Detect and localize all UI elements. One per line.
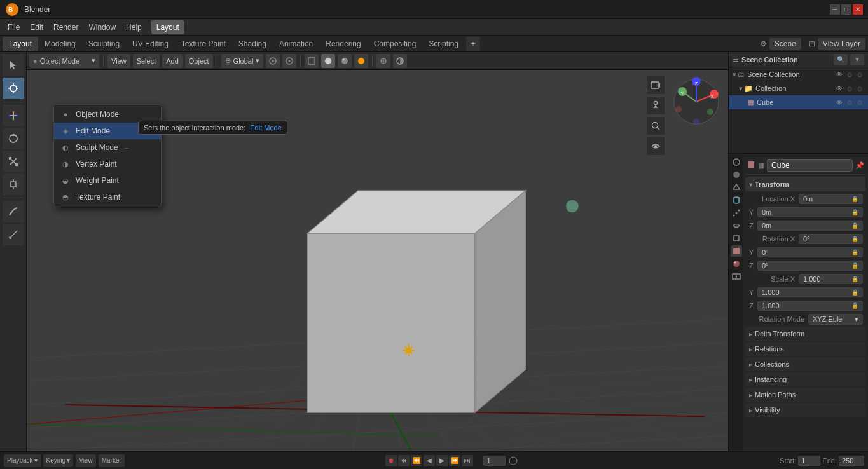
outliner-search-button[interactable]: 🔍	[834, 54, 848, 65]
prop-tab-object[interactable]	[731, 245, 742, 257]
prop-tab-constraints[interactable]	[731, 233, 742, 244]
tool-annotate[interactable]	[3, 201, 24, 222]
view-menu-tl[interactable]: View	[76, 454, 96, 467]
menu-window[interactable]: Window	[83, 20, 121, 34]
scene-name[interactable]: Scene	[769, 38, 801, 50]
outliner-cube[interactable]: ▦ Cube 👁 ⊙ ⊙	[729, 95, 868, 109]
snap-toggle[interactable]	[266, 54, 280, 68]
tab-layout[interactable]: Layout	[3, 37, 38, 51]
start-frame-input[interactable]	[798, 456, 820, 466]
view-menu[interactable]: View	[107, 54, 130, 68]
rotation-y-value[interactable]: 0° 🔒	[757, 247, 863, 257]
rotation-x-value[interactable]: 0° 🔒	[799, 234, 863, 244]
prop-tab-render[interactable]	[731, 271, 742, 282]
menu-file[interactable]: File	[3, 20, 25, 34]
transform-header[interactable]: ▾ Transform	[745, 177, 865, 191]
scale-z-value[interactable]: 1.000 🔒	[757, 301, 863, 311]
menu-edit[interactable]: Edit	[25, 20, 48, 34]
marker-menu[interactable]: Marker	[99, 454, 125, 467]
tab-modeling[interactable]: Modeling	[38, 37, 82, 51]
playback-menu[interactable]: Playback	[4, 454, 41, 467]
prop-tab-modifier[interactable]	[731, 194, 742, 206]
tab-rendering[interactable]: Rendering	[319, 37, 367, 51]
maximize-button[interactable]: □	[841, 4, 851, 15]
jump-start-button[interactable]: ⏮	[398, 455, 410, 466]
rotation-z-value[interactable]: 0° 🔒	[757, 261, 863, 271]
prop-tab-scene[interactable]	[731, 156, 742, 168]
prop-tab-object-data[interactable]	[731, 182, 742, 193]
location-y-value[interactable]: 0m 🔒	[757, 207, 863, 217]
tab-compositing[interactable]: Compositing	[368, 37, 423, 51]
tool-rotate[interactable]	[3, 128, 24, 149]
menu-layout[interactable]: Layout	[151, 20, 184, 34]
current-frame-input[interactable]	[483, 456, 506, 466]
prop-tab-world[interactable]	[731, 169, 742, 180]
viewport-shading-wire[interactable]	[305, 54, 319, 68]
keying-menu[interactable]: Keying	[43, 454, 74, 467]
outliner-collection[interactable]: ▾ 📁 Collection 👁 ⊙ ⊙	[729, 81, 868, 95]
motion-paths-section[interactable]: ▸ Motion Paths	[745, 388, 865, 402]
dd-vertex-paint[interactable]: ◑ Vertex Paint	[54, 156, 161, 172]
viewport[interactable]: ● Object Mode View Select Add Object ⊕ G…	[27, 52, 728, 451]
fly-button[interactable]	[647, 137, 665, 155]
instancing-section[interactable]: ▸ Instancing	[745, 372, 865, 386]
scale-y-value[interactable]: 1.000 🔒	[757, 287, 863, 297]
object-menu[interactable]: Object	[185, 54, 213, 68]
relations-section[interactable]: ▸ Relations	[745, 342, 865, 356]
transform-orientations[interactable]: ⊕ Global	[221, 54, 264, 68]
tab-sculpting[interactable]: Sculpting	[82, 37, 126, 51]
tool-move[interactable]	[3, 105, 24, 126]
end-frame-input[interactable]	[839, 456, 864, 466]
visibility-section[interactable]: ▸ Visibility	[745, 403, 865, 417]
prop-tab-physics[interactable]	[731, 220, 742, 231]
prop-tab-particles[interactable]	[731, 207, 742, 219]
viewport-gizmo[interactable]: X Y Z	[671, 76, 722, 127]
scale-x-value[interactable]: 1.000 🔒	[799, 274, 863, 284]
tool-measure[interactable]	[3, 224, 24, 245]
prop-tab-material[interactable]	[731, 258, 742, 269]
tab-scripting[interactable]: Scripting	[422, 37, 465, 51]
add-menu[interactable]: Add	[162, 54, 183, 68]
location-z-value[interactable]: 0m 🔒	[757, 221, 863, 231]
proportional-editing[interactable]	[282, 54, 296, 68]
person-view-button[interactable]	[647, 97, 665, 114]
add-workspace-button[interactable]: +	[466, 37, 480, 51]
dd-weight-paint[interactable]: ◒ Weight Paint	[54, 172, 161, 189]
collections-section[interactable]: ▸ Collections	[745, 357, 865, 371]
tab-animation[interactable]: Animation	[273, 37, 319, 51]
camera-view-button[interactable]	[647, 76, 665, 94]
step-forward-button[interactable]: ⏩	[449, 455, 460, 466]
view-layer-name[interactable]: View Layer	[818, 38, 865, 50]
gizmo-toggle[interactable]	[376, 54, 390, 68]
play-reverse-button[interactable]: ◀	[424, 455, 435, 466]
viewport-shading-solid[interactable]	[321, 54, 335, 68]
tool-select[interactable]	[3, 55, 24, 76]
viewport-shading-rendered[interactable]	[354, 54, 368, 68]
rotation-mode-value[interactable]: XYZ Eule	[808, 314, 863, 325]
dd-texture-paint[interactable]: ◓ Texture Paint	[54, 189, 161, 205]
tool-cursor[interactable]	[3, 78, 24, 99]
tab-shading[interactable]: Shading	[232, 37, 273, 51]
viewport-shading-material[interactable]	[338, 54, 352, 68]
minimize-button[interactable]: ─	[830, 4, 840, 15]
step-back-button[interactable]: ⏪	[411, 455, 422, 466]
object-pin-icon[interactable]: 📌	[855, 161, 864, 170]
overlays-toggle[interactable]	[393, 54, 407, 68]
mode-selector[interactable]: ● Object Mode	[29, 54, 99, 68]
jump-end-button[interactable]: ⏭	[462, 455, 473, 466]
tab-texture-paint[interactable]: Texture Paint	[175, 37, 232, 51]
tab-uv-editing[interactable]: UV Editing	[126, 37, 175, 51]
outliner-filter-button[interactable]: ▼	[850, 54, 864, 65]
zoom-button[interactable]	[647, 117, 665, 135]
delta-transform-section[interactable]: ▸ Delta Transform	[745, 327, 865, 341]
object-name-input[interactable]	[767, 159, 853, 172]
tool-scale[interactable]	[3, 151, 24, 172]
play-button[interactable]: ▶	[436, 455, 448, 466]
menu-render[interactable]: Render	[48, 20, 83, 34]
close-button[interactable]: ✕	[853, 4, 863, 15]
record-button[interactable]: ⏺	[385, 455, 397, 466]
dd-sculpt-mode[interactable]: ◐ Sculpt Mode ‒	[54, 139, 161, 156]
select-menu[interactable]: Select	[133, 54, 160, 68]
menu-help[interactable]: Help	[121, 20, 147, 34]
outliner-scene-collection[interactable]: ▾ 🗂 Scene Collection 👁 ⊙ ⊙	[729, 67, 868, 81]
